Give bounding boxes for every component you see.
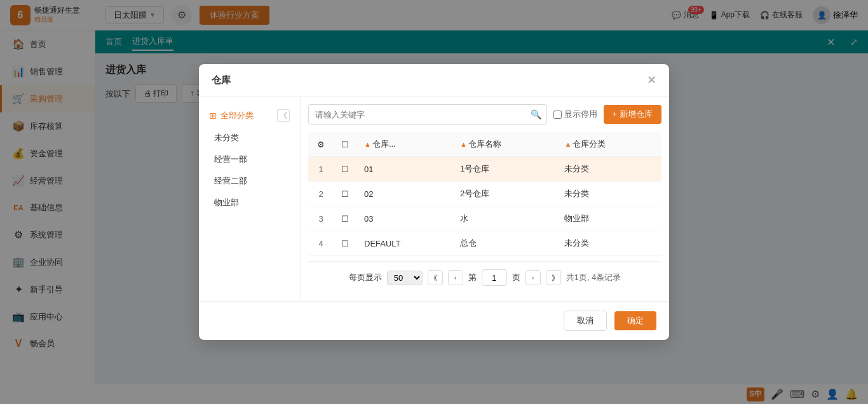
category-item-2[interactable]: 经营二部	[199, 170, 300, 192]
row-name-1: 1号仓库	[452, 157, 557, 182]
per-page-label: 每页显示	[349, 272, 382, 283]
collapse-button[interactable]: 《	[277, 109, 290, 122]
row-code-1: 01	[356, 157, 452, 182]
row-check-3[interactable]: ☐	[334, 206, 356, 231]
col-code: ▲仓库...	[356, 132, 452, 157]
search-icon[interactable]: 🔍	[526, 109, 546, 119]
warehouse-table: ⚙ ☐ ▲仓库... ▲仓库名称 ▲仓库分类 1 ☐ 01	[308, 132, 661, 256]
modal-toolbar: 🔍 显示停用 + 新增仓库	[308, 104, 661, 125]
row-category-4: 未分类	[557, 231, 661, 256]
modal-overlay: 仓库 ✕ ⊞ 全部分类 《 未分类 经营一部 经营二部 物业部	[0, 0, 868, 404]
page-total: 共1页, 4条记录	[566, 272, 621, 283]
modal-close-button[interactable]: ✕	[647, 73, 656, 87]
search-input[interactable]	[309, 110, 526, 119]
row-name-3: 水	[452, 206, 557, 231]
page-input[interactable]	[482, 269, 507, 286]
row-code-4: DEFAULT	[356, 231, 452, 256]
category-item-1[interactable]: 经营一部	[199, 149, 300, 170]
table-row[interactable]: 2 ☐ 02 2号仓库 未分类	[308, 182, 661, 206]
confirm-button[interactable]: 确定	[614, 311, 656, 330]
table-row[interactable]: 1 ☐ 01 1号仓库 未分类	[308, 157, 661, 182]
col-checkbox: ☐	[334, 132, 356, 157]
modal-footer: 取消 确定	[199, 301, 669, 340]
col-category: ▲仓库分类	[557, 132, 661, 157]
modal-right-panel: 🔍 显示停用 + 新增仓库 ⚙ ☐	[301, 97, 669, 301]
col-name: ▲仓库名称	[452, 132, 557, 157]
row-name-2: 2号仓库	[452, 182, 557, 206]
cancel-button[interactable]: 取消	[564, 311, 607, 331]
page-label: 第	[468, 272, 477, 283]
row-name-4: 总仓	[452, 231, 557, 256]
row-category-2: 未分类	[557, 182, 661, 206]
show-disabled-text: 显示停用	[564, 109, 597, 120]
table-row[interactable]: 3 ☐ 03 水 物业部	[308, 206, 661, 231]
prev-page-button[interactable]: ‹	[448, 270, 463, 285]
row-check-4[interactable]: ☐	[334, 231, 356, 256]
row-check-2[interactable]: ☐	[334, 182, 356, 206]
table-row[interactable]: 4 ☐ DEFAULT 总仓 未分类	[308, 231, 661, 256]
search-box: 🔍	[308, 104, 547, 125]
col-settings: ⚙	[308, 132, 334, 157]
table-header-row: ⚙ ☐ ▲仓库... ▲仓库名称 ▲仓库分类	[308, 132, 661, 157]
row-num-3: 3	[308, 206, 334, 231]
row-num-4: 4	[308, 231, 334, 256]
per-page-select[interactable]: 50 20 100	[387, 271, 423, 285]
pagination: 每页显示 50 20 100 ⟪ ‹ 第 页 › ⟫ 共1页, 4条记录	[308, 261, 661, 293]
row-check-1[interactable]: ☐	[334, 157, 356, 182]
row-category-3: 物业部	[557, 206, 661, 231]
row-num-2: 2	[308, 182, 334, 206]
grid-icon: ⊞	[209, 111, 217, 121]
row-code-2: 02	[356, 182, 452, 206]
row-num-1: 1	[308, 157, 334, 182]
modal-left-panel: ⊞ 全部分类 《 未分类 经营一部 经营二部 物业部	[199, 97, 301, 301]
row-code-3: 03	[356, 206, 452, 231]
row-category-1: 未分类	[557, 157, 661, 182]
last-page-button[interactable]: ⟫	[546, 270, 561, 285]
page-suffix: 页	[512, 272, 520, 283]
next-page-button[interactable]: ›	[526, 270, 541, 285]
show-disabled-checkbox[interactable]	[553, 111, 562, 119]
first-page-button[interactable]: ⟪	[428, 270, 443, 285]
all-categories-item[interactable]: ⊞ 全部分类 《	[199, 104, 300, 127]
category-item-3[interactable]: 物业部	[199, 192, 300, 213]
modal-body: ⊞ 全部分类 《 未分类 经营一部 经营二部 物业部 🔍	[199, 97, 669, 301]
show-disabled-label[interactable]: 显示停用	[553, 109, 597, 120]
warehouse-modal: 仓库 ✕ ⊞ 全部分类 《 未分类 经营一部 经营二部 物业部	[199, 64, 669, 340]
modal-header: 仓库 ✕	[199, 64, 669, 97]
add-warehouse-button[interactable]: + 新增仓库	[604, 105, 661, 124]
modal-title: 仓库	[212, 74, 231, 86]
category-item-0[interactable]: 未分类	[199, 127, 300, 149]
all-categories-label: 全部分类	[220, 110, 254, 121]
